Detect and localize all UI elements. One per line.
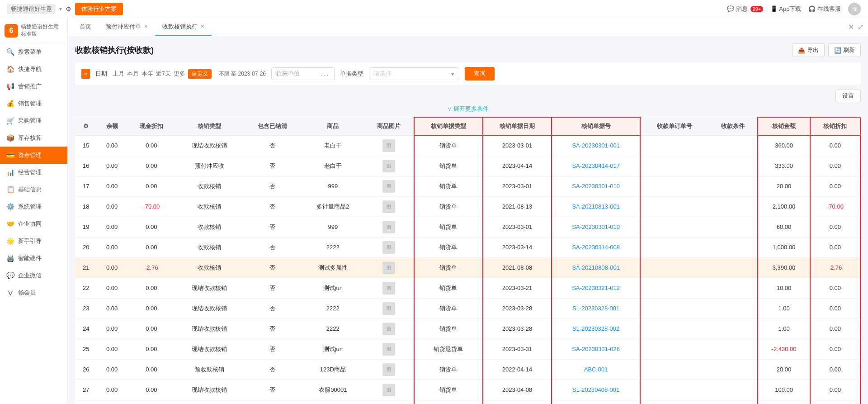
tab-home[interactable]: 首页 [72, 18, 99, 36]
product-image-cell: 图 [364, 298, 414, 318]
sidebar-item-label: 销售管理 [18, 100, 42, 108]
bill-no-link[interactable]: SL-20230408-001 [572, 386, 619, 393]
bill-no-cell[interactable]: SA-20230331-026 [552, 339, 640, 359]
row-num: 26 [75, 359, 97, 380]
bill-no-link[interactable]: SA-20230314-008 [572, 244, 620, 251]
row-num: 21 [75, 257, 97, 278]
sidebar-item-inventory[interactable]: 📦 库存核算 [0, 129, 67, 147]
date-btn-this-month[interactable]: 本月 [127, 70, 139, 78]
tab-bar: 首页 预付冲应付单 ✕ 收款核销执行 ✕ ✕ ⤢ [68, 18, 868, 36]
bill-no-cell[interactable]: SA-20230314-008 [552, 237, 640, 257]
export-button[interactable]: 📤 导出 [792, 43, 825, 57]
bill-no-cell[interactable]: SA-20210808-001 [552, 257, 640, 278]
bill-no-cell[interactable]: SL-20230328-002 [552, 318, 640, 339]
bill-type-select[interactable]: 请选择 ▾ [369, 67, 459, 80]
main-table: ⚙ 余额 现金折扣 核销类型 包含已结清 商品 商品图片 核销单据类型 核销单据… [75, 117, 861, 404]
sidebar-item-wechat[interactable]: 💬 企业微信 [0, 267, 67, 284]
settings-button[interactable]: 设置 [835, 90, 861, 102]
bill-type-cell: 销货单 [414, 156, 483, 176]
bill-no-link[interactable]: SA-20230301-010 [572, 183, 620, 190]
bill-no-link[interactable]: ABC-001 [584, 366, 608, 373]
bill-no-link[interactable]: SA-20230331-026 [572, 346, 620, 352]
col-settings[interactable]: ⚙ [75, 117, 97, 135]
bill-no-link[interactable]: SA-20230321-012 [572, 285, 620, 291]
sidebar-item-guide[interactable]: 🌟 新手引导 [0, 233, 67, 250]
more-conditions-bar[interactable]: ∨ 展开更多条件 [75, 105, 861, 113]
bill-type-cell: 销货退货单 [414, 339, 483, 359]
product-cell: 多计量商品2 [301, 196, 364, 217]
sidebar-item-hardware[interactable]: 🖨️ 智能硬件 [0, 250, 67, 267]
sidebar-item-search[interactable]: 🔍 搜索菜单 [0, 43, 67, 61]
solution-button[interactable]: 体验行业方案 [75, 3, 123, 15]
date-btn-this-year[interactable]: 本年 [142, 70, 153, 78]
product-cell: 测试jun [301, 278, 364, 298]
bill-no-cell[interactable]: SL-20230418-001 [552, 400, 640, 404]
avatar[interactable]: Rit [848, 3, 861, 15]
bill-date-cell: 2022-04-14 [483, 359, 552, 380]
bill-no-cell[interactable]: SA-20230301-001 [552, 135, 640, 156]
row-num: 27 [75, 380, 97, 400]
tab-receipt[interactable]: 收款核销执行 ✕ [155, 18, 212, 36]
date-btn-more[interactable]: 更多 [174, 70, 185, 78]
bill-no-cell[interactable]: SA-20230301-010 [552, 217, 640, 237]
bill-no-cell[interactable]: SL-20230408-001 [552, 380, 640, 400]
sidebar-item-purchase[interactable]: 🛒 采购管理 [0, 112, 67, 129]
bill-no-link[interactable]: SA-20230301-001 [572, 142, 620, 149]
filter-expand-button[interactable]: » [81, 69, 90, 79]
bill-no-cell[interactable]: SA-20210813-001 [552, 196, 640, 217]
counterparty-input[interactable]: 往来单位 ... [271, 67, 335, 80]
custom-date-button[interactable]: 自定义 [188, 69, 212, 79]
sidebar-item-sales[interactable]: 💰 销售管理 [0, 95, 67, 112]
bill-no-link[interactable]: SA-20230414-017 [572, 162, 620, 169]
table-row: 21 0.00 -2.76 收款核销 否 测试多属性 图 销货单 2021-08… [75, 257, 860, 278]
balance-cell: 0.00 [97, 196, 127, 217]
bill-no-link[interactable]: SA-20230301-010 [572, 223, 620, 230]
date-btn-last-month[interactable]: 上月 [113, 70, 124, 78]
sidebar-item-quicknav[interactable]: 🏠 快捷导航 [0, 61, 67, 78]
tab-receipt-close[interactable]: ✕ [200, 24, 204, 29]
member-icon: V [6, 289, 14, 297]
sidebar-item-system[interactable]: ⚙️ 系统管理 [0, 198, 67, 215]
bill-no-link[interactable]: SA-20210813-001 [572, 203, 620, 210]
sidebar-item-marketing[interactable]: 📢 营销推广 [0, 78, 67, 95]
sidebar-item-basics[interactable]: 📋 基础信息 [0, 181, 67, 198]
bill-no-cell[interactable]: SA-20230301-010 [552, 176, 640, 196]
bill-date-cell: 2023-04-08 [483, 380, 552, 400]
bill-no-link[interactable]: SL-20230328-002 [572, 325, 619, 332]
sidebar-item-operations[interactable]: 📊 经营管理 [0, 164, 67, 181]
tab-prepay-close[interactable]: ✕ [144, 24, 148, 29]
close-all-icon[interactable]: ✕ [848, 23, 854, 31]
bill-no-link[interactable]: SA-20210808-001 [572, 264, 620, 271]
sidebar-item-finance[interactable]: 💳 资金管理 [0, 147, 67, 164]
online-service[interactable]: 🎧 在线客服 [808, 5, 841, 13]
date-btn-7days[interactable]: 近7天 [156, 70, 171, 78]
counterparty-picker-icon[interactable]: ... [321, 70, 330, 78]
query-button[interactable]: 查询 [465, 67, 495, 81]
maximize-icon[interactable]: ⤢ [858, 23, 863, 31]
enterprise-icon: 🤝 [6, 220, 14, 228]
balance-cell: 0.00 [97, 318, 127, 339]
sidebar-item-member[interactable]: V 畅会员 [0, 284, 67, 301]
tab-prepay[interactable]: 预付冲应付单 ✕ [99, 18, 155, 36]
app-download[interactable]: 📱 App下载 [770, 5, 801, 13]
bill-no-link[interactable]: SL-20230328-001 [572, 305, 619, 312]
sidebar-item-enterprise[interactable]: 🤝 企业协同 [0, 215, 67, 233]
receipt-order-no-cell [640, 217, 708, 237]
writeoff-amount-cell: 1,000.00 [758, 237, 810, 257]
gear-icon[interactable]: ⚙ [66, 5, 71, 13]
bill-date-cell: 2023-03-01 [483, 135, 552, 156]
writeoff-type-cell: 收款核销 [176, 257, 243, 278]
message-icon[interactable]: 💬 消息 99+ [727, 5, 763, 13]
bill-no-cell[interactable]: SL-20230328-001 [552, 298, 640, 318]
operations-icon: 📊 [6, 168, 14, 176]
bill-no-cell[interactable]: SA-20230321-012 [552, 278, 640, 298]
bill-no-cell[interactable]: SA-20230414-017 [552, 156, 640, 176]
row-num: 24 [75, 318, 97, 339]
bill-no-cell[interactable]: ABC-001 [552, 359, 640, 380]
product-cell: 123D商品 [301, 359, 364, 380]
cash-discount-cell: -2.76 [127, 257, 176, 278]
cash-discount-cell: 0.00 [127, 278, 176, 298]
basics-icon: 📋 [6, 185, 14, 194]
refresh-button[interactable]: 🔄 刷新 [828, 43, 861, 57]
cash-discount-cell: 0.00 [127, 135, 176, 156]
